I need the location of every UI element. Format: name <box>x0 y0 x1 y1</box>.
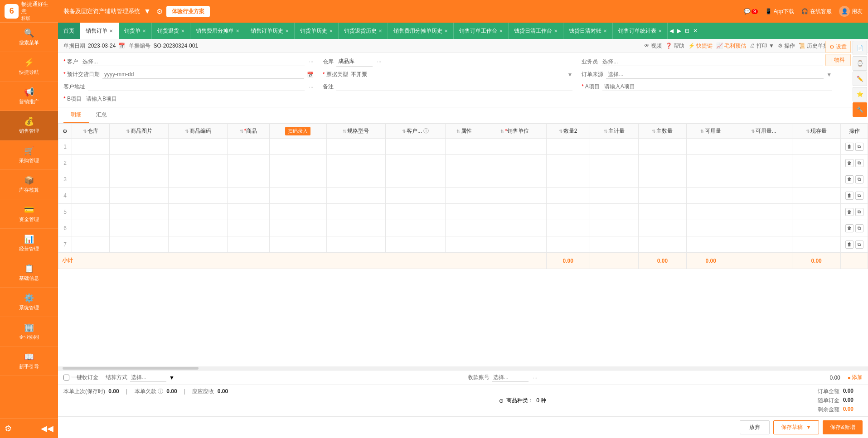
tab-close-all[interactable]: ✕ <box>691 28 699 34</box>
cell-customer-code-5[interactable] <box>385 204 445 220</box>
cell-warehouse-1[interactable] <box>72 139 110 155</box>
tab-expense[interactable]: 销售费用分摊单 ✕ <box>190 23 245 39</box>
add-button[interactable]: ● 添加 <box>848 374 863 381</box>
cell-product-5[interactable] <box>228 204 269 220</box>
sidebar-item-purchase[interactable]: 🛒 采购管理 <box>0 140 58 170</box>
date-value[interactable]: 2023-03-24 <box>88 43 116 49</box>
cell-code-7[interactable] <box>169 236 228 253</box>
tab-order-history[interactable]: 销售订单历史 ✕ <box>245 23 295 39</box>
tab-close-icon[interactable]: ✕ <box>554 29 558 34</box>
settle-dropdown-icon[interactable]: ▼ <box>169 375 175 381</box>
customer-more-icon[interactable]: ··· <box>309 58 314 65</box>
cell-product-4[interactable] <box>228 188 269 204</box>
cell-customer-code-6[interactable] <box>385 220 445 236</box>
sidebar-item-guide[interactable]: 📖 新手引导 <box>0 347 58 376</box>
rs-clock-button[interactable]: ⌚ <box>853 56 867 71</box>
scan-button[interactable]: 扫码录入 <box>285 127 310 135</box>
sidebar-item-enterprise[interactable]: 🏢 企业协同 <box>0 317 58 347</box>
app-download-button[interactable]: 📱 App下载 <box>765 8 794 15</box>
cell-qty2-6[interactable] <box>546 220 590 236</box>
address-input[interactable] <box>88 82 305 91</box>
b-project-input[interactable] <box>84 95 447 103</box>
cell-unit-7[interactable] <box>483 236 546 253</box>
cell-unit-5[interactable] <box>483 204 546 220</box>
profit-action[interactable]: 📈 毛利预估 <box>716 42 746 50</box>
delete-row-3-icon[interactable]: 🗑 <box>845 175 853 183</box>
settings-gear-icon[interactable]: ⚙ <box>156 7 163 16</box>
tab-statistics[interactable]: 销售订单统计表 ✕ <box>613 23 668 39</box>
cell-attribute-6[interactable] <box>446 220 483 236</box>
tab-close-icon[interactable]: ✕ <box>603 29 607 34</box>
tab-more[interactable]: ⊟ <box>683 28 691 34</box>
cell-qty2-5[interactable] <box>546 204 590 220</box>
address-more-icon[interactable]: ··· <box>309 84 314 90</box>
rs-edit-button[interactable]: ✏️ <box>853 72 867 86</box>
solution-button[interactable]: 体验行业方案 <box>166 6 210 17</box>
save-draft-dropdown-icon[interactable]: ▼ <box>806 424 811 430</box>
copy-row-6-icon[interactable]: ⧉ <box>855 224 863 232</box>
save-new-button[interactable]: 保存&新增 <box>823 420 863 434</box>
cell-warehouse-4[interactable] <box>72 188 110 204</box>
settle-method-input[interactable] <box>130 373 166 382</box>
cell-qty2-1[interactable] <box>546 139 590 155</box>
memo-input[interactable] <box>336 82 573 91</box>
tab-sales-slip[interactable]: 销货单 ✕ <box>119 23 152 39</box>
cell-warehouse-7[interactable] <box>72 236 110 253</box>
cell-main-qty-6[interactable] <box>638 220 687 236</box>
cell-main-qty-4[interactable] <box>638 188 687 204</box>
salesperson-input[interactable] <box>601 58 823 66</box>
cell-main-qty-2[interactable] <box>638 155 687 171</box>
cell-warehouse-2[interactable] <box>72 155 110 171</box>
tab-close-icon[interactable]: ✕ <box>285 29 289 34</box>
rs-document-button[interactable]: 📄 <box>853 41 867 55</box>
tab-slip-history[interactable]: 销货单历史 ✕ <box>295 23 339 39</box>
sidebar-item-sales[interactable]: 💰 销售管理 <box>0 111 58 140</box>
notification-button[interactable]: 💬 9 <box>744 8 758 14</box>
tab-close-icon[interactable]: ✕ <box>109 29 113 34</box>
delete-row-6-icon[interactable]: 🗑 <box>845 224 853 232</box>
sidebar-item-system[interactable]: ⚙️ 系统管理 <box>0 288 58 317</box>
setup-button[interactable]: ⚙ 设置 <box>825 41 851 53</box>
help-action[interactable]: ❓ 帮助 <box>665 42 684 50</box>
cell-main-qty-7[interactable] <box>638 236 687 253</box>
cell-warehouse-5[interactable] <box>72 204 110 220</box>
copy-row-5-icon[interactable]: ⧉ <box>855 208 863 216</box>
cell-attribute-2[interactable] <box>446 155 483 171</box>
cell-unit-4[interactable] <box>483 188 546 204</box>
warehouse-more-icon[interactable]: ··· <box>377 58 382 65</box>
delete-row-7-icon[interactable]: 🗑 <box>845 241 853 249</box>
account-more-icon[interactable]: ··· <box>533 375 538 381</box>
sidebar-item-basic[interactable]: 📋 基础信息 <box>0 258 58 288</box>
cell-customer-code-7[interactable] <box>385 236 445 253</box>
sidebar-item-finance[interactable]: 💳 资金管理 <box>0 199 58 229</box>
calendar2-icon[interactable]: 📅 <box>307 72 314 78</box>
tab-detail[interactable]: 明细 <box>63 107 89 123</box>
discard-button[interactable]: 放弃 <box>740 420 770 434</box>
order-source-dropdown-icon[interactable]: ▼ <box>826 72 832 78</box>
cell-product-3[interactable] <box>228 171 269 188</box>
cell-customer-code-3[interactable] <box>385 171 445 188</box>
sidebar-item-search[interactable]: 🔍 搜索菜单 <box>0 23 58 52</box>
tab-sales-order[interactable]: 销售订单 ✕ <box>80 23 119 39</box>
cell-attribute-5[interactable] <box>446 204 483 220</box>
cell-attribute-7[interactable] <box>446 236 483 253</box>
cell-spec-1[interactable] <box>326 139 385 155</box>
customer-input[interactable] <box>81 58 305 66</box>
cell-spec-2[interactable] <box>326 155 385 171</box>
account-input[interactable] <box>492 373 529 382</box>
tab-return[interactable]: 销货退货 ✕ <box>152 23 190 39</box>
system-dropdown-icon[interactable]: ▼ <box>144 7 151 15</box>
delete-row-2-icon[interactable]: 🗑 <box>845 159 853 167</box>
th-settings[interactable]: ⚙ <box>58 124 72 139</box>
copy-row-3-icon[interactable]: ⧉ <box>855 175 863 183</box>
a-project-input[interactable] <box>602 82 832 91</box>
tab-reconcile[interactable]: 钱贷日清对账 ✕ <box>563 23 613 39</box>
expected-date-input[interactable] <box>102 70 304 79</box>
copy-row-2-icon[interactable]: ⧉ <box>855 159 863 167</box>
cell-customer-code-4[interactable] <box>385 188 445 204</box>
scroll-thumb[interactable] <box>63 367 199 370</box>
tab-return-history[interactable]: 销货退货历史 ✕ <box>339 23 388 39</box>
settings-icon[interactable]: ⚙ <box>5 424 12 433</box>
sidebar-item-nav[interactable]: ⚡ 快捷导航 <box>0 52 58 82</box>
cell-spec-4[interactable] <box>326 188 385 204</box>
